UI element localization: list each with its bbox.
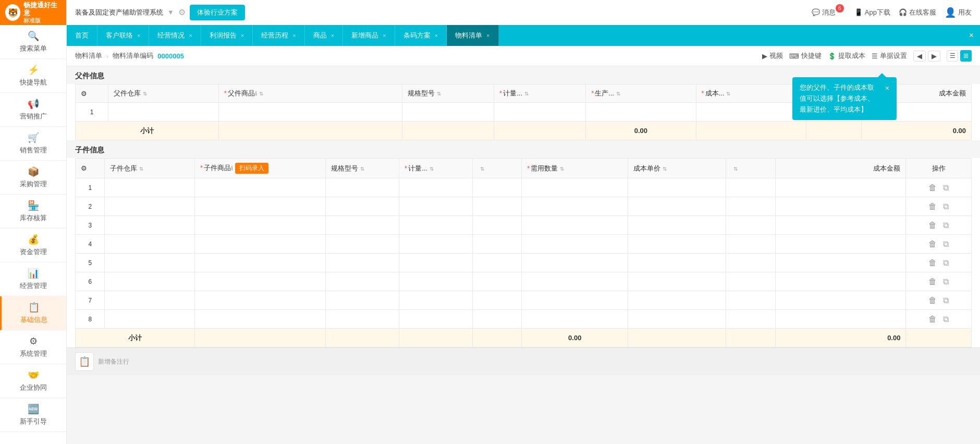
app-download-btn[interactable]: 📱 App下载 <box>854 8 890 17</box>
child-row-5-req-qty[interactable] <box>522 254 628 272</box>
tab-product[interactable]: 商品 × <box>305 25 343 46</box>
child-row-5-unit-cost[interactable] <box>628 254 726 272</box>
sidebar-item-system[interactable]: ⚙ 系统管理 <box>0 330 66 364</box>
child-row-7-unit-cost[interactable] <box>628 291 726 310</box>
sidebar-item-guide[interactable]: 🆕 新手引导 <box>0 398 66 432</box>
child-row-1-unit-cost[interactable] <box>628 178 726 197</box>
child-row-6-warehouse[interactable] <box>105 272 195 291</box>
child-row-4-unit[interactable] <box>399 235 473 254</box>
tab-new-product-close[interactable]: × <box>383 32 386 39</box>
child-row-8-delete-btn[interactable]: 🗑 <box>926 314 939 325</box>
tab-business[interactable]: 经营情况 × <box>149 25 201 46</box>
child-row-8-req-qty[interactable] <box>522 310 628 329</box>
child-row-5-unit[interactable] <box>399 254 473 272</box>
sidebar-item-inventory[interactable]: 🏪 库存核算 <box>0 195 66 229</box>
child-row-3-req-qty[interactable] <box>522 216 628 235</box>
child-row-7-warehouse[interactable] <box>105 291 195 310</box>
tab-profit[interactable]: 利润报告 × <box>201 25 253 46</box>
child-row-8-unit-cost[interactable] <box>628 310 726 329</box>
scan-input-btn[interactable]: 扫码录入 <box>235 163 268 174</box>
parent-row-1-produce[interactable] <box>586 103 696 122</box>
child-row-5-product[interactable] <box>194 254 325 272</box>
child-row-7-copy-btn[interactable]: ⧉ <box>941 295 951 306</box>
child-row-6-unit[interactable] <box>399 272 473 291</box>
tab-customer[interactable]: 客户联络 × <box>97 25 149 46</box>
child-row-5-spec[interactable] <box>325 254 399 272</box>
sidebar-item-finance[interactable]: 💰 资金管理 <box>0 229 66 262</box>
child-row-7-spec[interactable] <box>325 291 399 310</box>
list-view-btn[interactable]: ☰ <box>947 50 958 62</box>
child-row-7-product[interactable] <box>194 291 325 310</box>
extract-cost-btn[interactable]: 💲 提取成本 <box>828 51 865 61</box>
child-row-8-unit[interactable] <box>399 310 473 329</box>
child-row-2-req-qty[interactable] <box>522 197 628 216</box>
child-row-8-copy-btn[interactable]: ⧉ <box>941 314 951 325</box>
child-row-6-spec[interactable] <box>325 272 399 291</box>
close-all-tabs[interactable]: × <box>963 31 980 40</box>
tab-new-product[interactable]: 新增商品 × <box>343 25 395 46</box>
child-row-5-delete-btn[interactable]: 🗑 <box>926 257 939 269</box>
parent-col-settings[interactable]: ⚙ <box>76 85 108 103</box>
child-row-3-delete-btn[interactable]: 🗑 <box>926 220 939 231</box>
grid-view-btn[interactable]: ⊞ <box>960 50 972 62</box>
tooltip-close-btn[interactable]: × <box>885 82 889 94</box>
messages-btn[interactable]: 💬 消息 6 <box>812 8 846 17</box>
tab-business-close[interactable]: × <box>189 32 192 39</box>
tab-profit-close[interactable]: × <box>241 32 244 39</box>
child-row-3-unit[interactable] <box>399 216 473 235</box>
try-btn[interactable]: 体验行业方案 <box>190 5 245 20</box>
child-row-2-unit-cost[interactable] <box>628 197 726 216</box>
child-row-5-copy-btn[interactable]: ⧉ <box>941 257 951 269</box>
sidebar-item-enterprise[interactable]: 🤝 企业协同 <box>0 364 66 398</box>
tab-history-close[interactable]: × <box>292 32 296 39</box>
breadcrumb-current[interactable]: 物料清单 <box>75 51 102 61</box>
child-row-3-unit-cost[interactable] <box>628 216 726 235</box>
child-row-4-req-qty[interactable] <box>522 235 628 254</box>
child-row-1-spec[interactable] <box>325 178 399 197</box>
add-note-btn[interactable]: 📋 <box>75 352 94 371</box>
tab-customer-close[interactable]: × <box>137 32 140 39</box>
tab-product-close[interactable]: × <box>331 32 334 39</box>
child-row-3-copy-btn[interactable]: ⧉ <box>941 220 951 231</box>
sidebar-item-search[interactable]: 🔍 搜索菜单 <box>0 25 66 59</box>
parent-row-1-unit[interactable] <box>494 103 586 122</box>
child-row-7-delete-btn[interactable]: 🗑 <box>926 295 939 306</box>
tab-barcode-close[interactable]: × <box>435 32 438 39</box>
child-row-4-delete-btn[interactable]: 🗑 <box>926 238 939 250</box>
child-row-2-unit[interactable] <box>399 197 473 216</box>
sidebar-item-basic-info[interactable]: 📋 基础信息 <box>0 296 66 330</box>
single-setting-btn[interactable]: ☰ 单据设置 <box>872 51 907 61</box>
parent-row-1-spec[interactable] <box>402 103 494 122</box>
prev-page-btn[interactable]: ◀ <box>913 51 926 62</box>
child-row-3-warehouse[interactable] <box>105 216 195 235</box>
tab-home[interactable]: 首页 <box>67 25 97 46</box>
sidebar-item-quick-nav[interactable]: ⚡ 快捷导航 <box>0 59 66 93</box>
child-row-3-product[interactable] <box>194 216 325 235</box>
child-row-8-spec[interactable] <box>325 310 399 329</box>
tab-bom-close[interactable]: × <box>486 32 489 39</box>
tab-history[interactable]: 经营历程 × <box>253 25 304 46</box>
child-row-2-product[interactable] <box>194 197 325 216</box>
gear-icon[interactable]: ⚙ <box>178 7 186 17</box>
sidebar-item-sales[interactable]: 🛒 销售管理 <box>0 127 66 161</box>
child-row-1-warehouse[interactable] <box>105 178 195 197</box>
child-row-6-unit-cost[interactable] <box>628 272 726 291</box>
child-row-2-copy-btn[interactable]: ⧉ <box>941 201 951 212</box>
child-row-8-warehouse[interactable] <box>105 310 195 329</box>
child-row-6-product[interactable] <box>194 272 325 291</box>
child-row-5-warehouse[interactable] <box>105 254 195 272</box>
child-row-1-product[interactable] <box>194 178 325 197</box>
child-row-1-req-qty[interactable] <box>522 178 628 197</box>
child-row-4-product[interactable] <box>194 235 325 254</box>
child-row-2-warehouse[interactable] <box>105 197 195 216</box>
online-service-btn[interactable]: 🎧 在线客服 <box>899 8 936 17</box>
child-row-2-spec[interactable] <box>325 197 399 216</box>
tab-bom[interactable]: 物料清单 × <box>447 25 498 46</box>
child-row-7-req-qty[interactable] <box>522 291 628 310</box>
child-row-6-req-qty[interactable] <box>522 272 628 291</box>
next-page-btn[interactable]: ▶ <box>928 51 940 62</box>
child-row-3-spec[interactable] <box>325 216 399 235</box>
view-video-btn[interactable]: ▶ 视频 <box>762 51 783 61</box>
child-row-4-copy-btn[interactable]: ⧉ <box>941 238 951 250</box>
shortcut-btn[interactable]: ⌨ 快捷键 <box>789 51 822 61</box>
